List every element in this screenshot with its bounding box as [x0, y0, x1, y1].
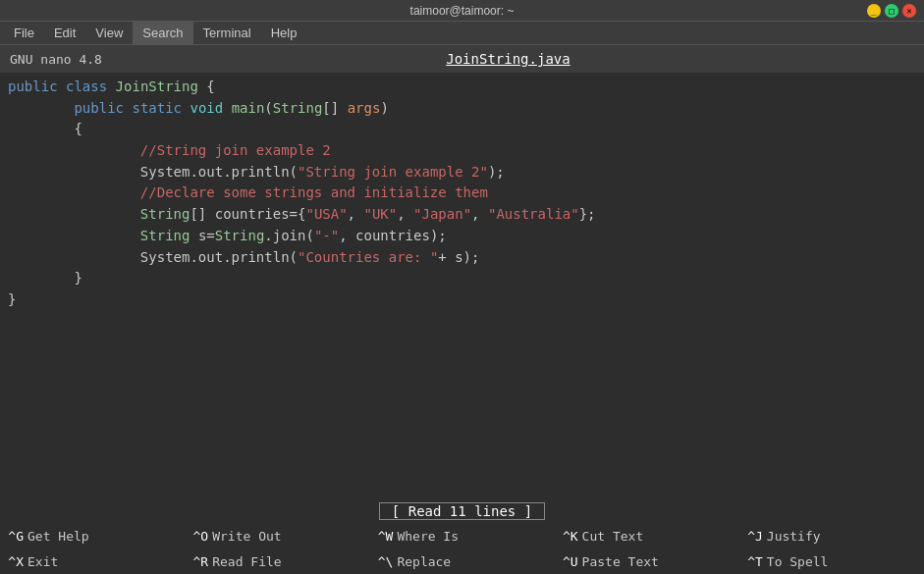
shortcut-where-is[interactable]: ^W Where Is — [369, 523, 554, 548]
shortcut-label-get-help: Get Help — [26, 529, 89, 544]
shortcut-label-read-file: Read File — [210, 554, 281, 569]
code-line-9: System.out.println("Countries are: "+ s)… — [0, 247, 924, 269]
code-line-4: //String join example 2 — [0, 140, 924, 162]
shortcut-label-replace: Replace — [395, 554, 451, 569]
shortcut-col-1: ^G Get Help ^X Exit — [0, 523, 185, 574]
shortcut-bar: ^G Get Help ^X Exit ^O Write Out ^R Read… — [0, 523, 924, 574]
shortcut-replace[interactable]: ^\ Replace — [369, 548, 554, 574]
file-title: JoinString.java — [446, 51, 570, 67]
code-line-2: public static void main(String[] args) — [0, 98, 924, 120]
code-line-11: } — [0, 289, 924, 311]
menu-terminal[interactable]: Terminal — [193, 22, 261, 44]
shortcut-key-t: ^T — [739, 554, 765, 569]
window-title: taimoor@taimoor: ~ — [57, 4, 867, 18]
close-button[interactable]: ✕ — [902, 4, 916, 18]
code-editor[interactable]: public class JoinString { public static … — [0, 73, 924, 499]
menu-search[interactable]: Search — [133, 22, 192, 44]
shortcut-get-help[interactable]: ^G Get Help — [0, 523, 185, 548]
menu-edit[interactable]: Edit — [44, 22, 85, 44]
shortcut-label-justify: Justify — [765, 529, 821, 544]
shortcut-label-to-spell: To Spell — [765, 554, 829, 569]
shortcut-write-out[interactable]: ^O Write Out — [185, 523, 369, 548]
maximize-button[interactable]: □ — [885, 4, 898, 18]
menu-file[interactable]: File — [4, 22, 44, 44]
minimize-button[interactable]: _ — [867, 4, 881, 18]
status-message: [ Read 11 lines ] — [379, 502, 545, 520]
shortcut-label-where-is: Where Is — [395, 529, 459, 544]
shortcut-key-r: ^R — [185, 554, 210, 569]
menu-view[interactable]: View — [85, 22, 133, 44]
code-line-8: String s=String.join("-", countries); — [0, 226, 924, 247]
code-line-5: System.out.println("String join example … — [0, 162, 924, 183]
menu-help[interactable]: Help — [261, 22, 307, 44]
shortcut-read-file[interactable]: ^R Read File — [185, 548, 369, 574]
shortcut-key-backslash: ^\ — [369, 554, 395, 569]
shortcut-paste-text[interactable]: ^U Paste Text — [555, 548, 739, 574]
code-line-6: //Declare some strings and initialize th… — [0, 183, 924, 204]
menu-bar: File Edit View Search Terminal Help — [0, 22, 924, 45]
shortcut-key-g: ^G — [0, 529, 26, 544]
code-line-7: String[] countries={"USA", "UK", "Japan"… — [0, 204, 924, 226]
shortcut-label-exit: Exit — [26, 554, 58, 569]
shortcut-key-w: ^W — [369, 529, 395, 544]
shortcut-key-j: ^J — [739, 529, 765, 544]
shortcut-cut-text[interactable]: ^K Cut Text — [555, 523, 739, 548]
nano-header: GNU nano 4.8 JoinString.java — [0, 45, 924, 73]
title-bar: taimoor@taimoor: ~ _ □ ✕ — [0, 0, 924, 22]
code-line-3: { — [0, 119, 924, 140]
nano-version: GNU nano 4.8 — [10, 52, 102, 67]
shortcut-to-spell[interactable]: ^T To Spell — [739, 548, 924, 574]
shortcut-label-paste-text: Paste Text — [580, 554, 659, 569]
window-controls[interactable]: _ □ ✕ — [867, 4, 916, 18]
shortcut-col-5: ^J Justify ^T To Spell — [739, 523, 924, 574]
code-line-10: } — [0, 268, 924, 289]
shortcut-justify[interactable]: ^J Justify — [739, 523, 924, 548]
shortcut-key-k: ^K — [555, 529, 580, 544]
shortcut-key-u: ^U — [555, 554, 580, 569]
code-line-1: public class JoinString { — [0, 77, 924, 98]
shortcut-key-x: ^X — [0, 554, 26, 569]
shortcut-exit[interactable]: ^X Exit — [0, 548, 185, 574]
shortcut-col-3: ^W Where Is ^\ Replace — [369, 523, 554, 574]
shortcut-col-2: ^O Write Out ^R Read File — [185, 523, 369, 574]
shortcut-col-4: ^K Cut Text ^U Paste Text — [555, 523, 739, 574]
shortcut-label-cut-text: Cut Text — [580, 529, 644, 544]
shortcut-label-write-out: Write Out — [210, 529, 281, 544]
status-bar: [ Read 11 lines ] — [0, 499, 924, 523]
shortcut-key-o: ^O — [185, 529, 210, 544]
